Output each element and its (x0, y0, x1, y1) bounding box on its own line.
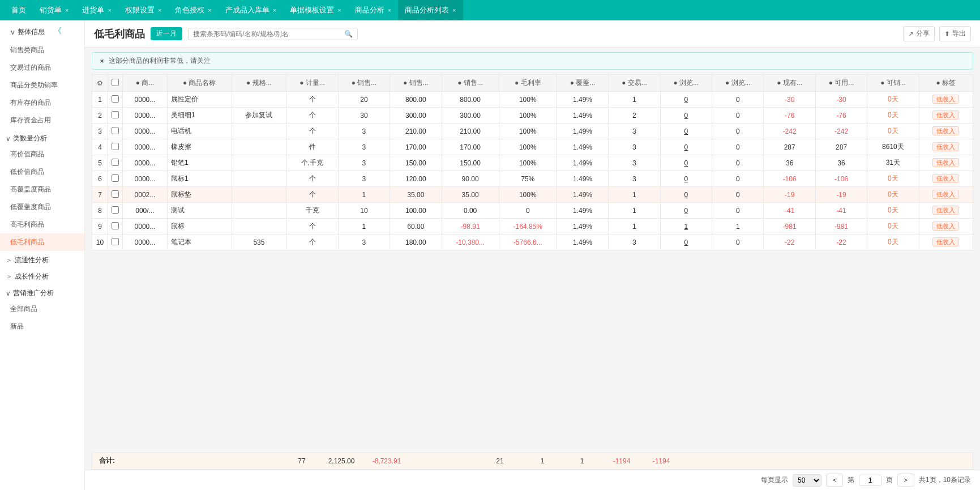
row-name[interactable]: 属性定价 (167, 92, 232, 108)
row-browse1[interactable]: 0 (660, 235, 712, 250)
row-browse1[interactable]: 0 (660, 155, 712, 171)
checkbox-column-header[interactable] (108, 75, 123, 92)
close-icon[interactable]: × (337, 7, 341, 14)
sales-profit-column-header[interactable]: ● 销售... (442, 75, 499, 92)
row-browse1[interactable]: 0 (660, 108, 712, 123)
date-filter-button[interactable]: 近一月 (151, 27, 182, 40)
row-checkbox[interactable] (112, 95, 119, 103)
nav-template-settings[interactable]: 单据模板设置 × (283, 0, 348, 20)
sales-amount-column-header[interactable]: ● 销售... (390, 75, 442, 92)
nav-sales-order[interactable]: 销货单 × (33, 0, 75, 20)
name-column-header[interactable]: ● 商品名称 (167, 75, 232, 92)
prev-page-button[interactable]: ＜ (826, 474, 843, 487)
available-column-header[interactable]: ● 可用... (815, 75, 867, 92)
nav-product-entry[interactable]: 产成品入库单 × (219, 0, 283, 20)
spec-column-header[interactable]: ● 规格... (232, 75, 286, 92)
search-icon[interactable]: 🔍 (344, 30, 353, 38)
close-icon[interactable]: × (158, 7, 161, 14)
footer-available: -1194 (641, 457, 681, 465)
sidebar-item-all-goods[interactable]: 全部商品 (0, 300, 84, 318)
nav-role-auth[interactable]: 角色授权 × (168, 0, 218, 20)
per-page-select[interactable]: 50 100 200 (793, 474, 821, 487)
collapse-arrow-icon: ＞ (6, 272, 12, 282)
sidebar-collapse-button[interactable]: 《 (50, 25, 65, 37)
row-browse1[interactable]: 0 (660, 139, 712, 155)
row-browse1[interactable]: 0 (660, 171, 712, 187)
row-browse1[interactable]: 0 (660, 92, 712, 108)
close-icon[interactable]: × (388, 7, 391, 14)
row-checkbox[interactable] (112, 206, 119, 214)
close-icon[interactable]: × (108, 7, 111, 14)
nav-product-analysis-list[interactable]: 商品分析列表 × (398, 0, 463, 20)
row-checkbox[interactable] (112, 143, 119, 150)
nav-product-analysis[interactable]: 商品分析 × (348, 0, 398, 20)
browse1-column-header[interactable]: ● 浏览... (660, 75, 712, 92)
row-name[interactable]: 鼠标1 (167, 171, 232, 187)
current-stock-column-header[interactable]: ● 现有... (764, 75, 815, 92)
row-browse1[interactable]: 1 (660, 219, 712, 235)
row-name[interactable]: 鼠标垫 (167, 187, 232, 203)
code-column-header[interactable]: ● 商... (123, 75, 168, 92)
close-icon[interactable]: × (452, 7, 456, 14)
row-checkbox[interactable] (112, 111, 119, 118)
tag-column-header[interactable]: ● 标签 (919, 75, 973, 92)
row-name[interactable]: 笔记本 (167, 235, 232, 250)
row-checkbox[interactable] (112, 174, 119, 182)
sidebar-group-marketing[interactable]: ∨ 营销推广分析 (0, 284, 84, 300)
sidebar-group-circulation[interactable]: ＞ 流通性分析 (0, 251, 84, 267)
share-button[interactable]: ↗ 分享 (903, 26, 935, 41)
row-checkbox[interactable] (112, 190, 119, 198)
sidebar-item-low-coverage[interactable]: 低覆盖度商品 (0, 198, 84, 216)
sidebar-item-high-value[interactable]: 高价值商品 (0, 146, 84, 163)
nav-permission-settings[interactable]: 权限设置 × (118, 0, 168, 20)
sidebar-item-capital-usage[interactable]: 库存资金占用 (0, 112, 84, 129)
row-browse2: 0 (712, 108, 764, 123)
close-icon[interactable]: × (208, 7, 211, 14)
sidebar-item-high-margin[interactable]: 高毛利商品 (0, 216, 84, 233)
nav-home[interactable]: 首页 (5, 0, 33, 20)
row-checkbox[interactable] (112, 127, 119, 134)
row-browse2: 1 (712, 219, 764, 235)
sidebar-group-growth[interactable]: ＞ 成长性分析 (0, 267, 84, 284)
settings-column-header[interactable]: ⚙ (92, 75, 108, 92)
page-number-input[interactable] (859, 475, 881, 486)
sidebar-item-sales-goods[interactable]: 销售类商品 (0, 41, 84, 59)
sales-qty-column-header[interactable]: ● 销售... (338, 75, 390, 92)
unit-column-header[interactable]: ● 计量... (286, 75, 338, 92)
row-checkbox[interactable] (112, 238, 119, 245)
browse2-column-header[interactable]: ● 浏览... (712, 75, 764, 92)
sidebar-item-new-goods[interactable]: 新品 (0, 318, 84, 335)
sidebar-group-general[interactable]: ∨ 整体信息 (5, 23, 50, 39)
select-all-checkbox[interactable] (112, 79, 119, 86)
row-name[interactable]: 铅笔1 (167, 155, 232, 171)
coverage-column-header[interactable]: ● 覆盖... (557, 75, 608, 92)
sidebar-item-high-coverage[interactable]: 高覆盖度商品 (0, 181, 84, 198)
row-browse1[interactable]: 0 (660, 123, 712, 139)
sidebar-item-low-value[interactable]: 低价值商品 (0, 163, 84, 181)
sidebar-item-category-rate[interactable]: 商品分类助销率 (0, 76, 84, 94)
row-browse1[interactable]: 0 (660, 203, 712, 219)
row-name[interactable]: 鼠标 (167, 219, 232, 235)
row-name[interactable]: 吴细细1 (167, 108, 232, 123)
export-button[interactable]: ⬆ 导出 (939, 26, 971, 41)
saleable-column-header[interactable]: ● 可销... (867, 75, 919, 92)
sidebar-group-quantity-analysis[interactable]: ∨ 类数量分析 (0, 129, 84, 146)
row-saleable: 0天 (867, 203, 919, 219)
row-name[interactable]: 橡皮擦 (167, 139, 232, 155)
close-icon[interactable]: × (273, 7, 276, 14)
row-checkbox[interactable] (112, 222, 119, 229)
row-browse1[interactable]: 0 (660, 187, 712, 203)
close-icon[interactable]: × (65, 7, 69, 14)
row-browse2: 0 (712, 187, 764, 203)
sidebar-item-low-margin[interactable]: 低毛利商品 (0, 233, 84, 251)
sidebar-item-stock-goods[interactable]: 有库存的商品 (0, 94, 84, 112)
nav-purchase-order[interactable]: 进货单 × (75, 0, 118, 20)
row-name[interactable]: 测试 (167, 203, 232, 219)
margin-rate-column-header[interactable]: ● 毛利率 (499, 75, 557, 92)
search-input[interactable] (193, 30, 344, 38)
sidebar-item-traded-goods[interactable]: 交易过的商品 (0, 59, 84, 76)
trade-count-column-header[interactable]: ● 交易... (609, 75, 660, 92)
next-page-button[interactable]: ＞ (897, 474, 914, 487)
row-checkbox[interactable] (112, 159, 119, 166)
row-name[interactable]: 电话机 (167, 123, 232, 139)
